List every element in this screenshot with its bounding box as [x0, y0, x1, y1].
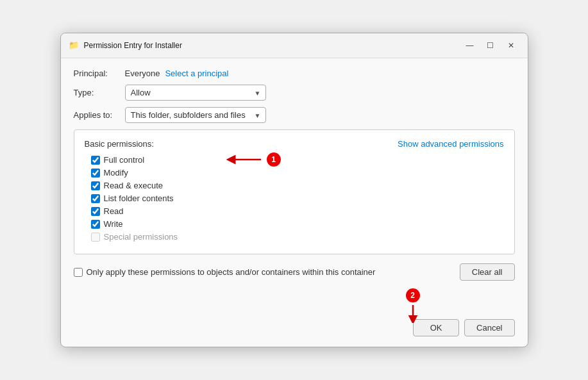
- annotation-2-arrow: [407, 304, 419, 323]
- type-row: Type: Allow Deny ▼: [74, 85, 515, 101]
- label-modify: Modify: [104, 168, 128, 178]
- annotation-circle-1: 1: [267, 153, 281, 167]
- permission-full-control: Full control 1: [85, 155, 504, 165]
- permission-special: Special permissions: [85, 232, 504, 242]
- folder-icon: 📁: [69, 40, 79, 51]
- title-bar-left: 📁 Permission Entry for Installer: [69, 40, 182, 51]
- checkbox-list-folder[interactable]: [91, 194, 100, 203]
- checkbox-special[interactable]: [91, 233, 100, 242]
- permissions-header: Basic permissions: Show advanced permiss…: [85, 139, 504, 149]
- label-write: Write: [104, 219, 123, 229]
- checkbox-modify[interactable]: [91, 169, 100, 178]
- permission-write: Write: [85, 219, 504, 229]
- minimize-button[interactable]: —: [461, 38, 479, 53]
- annotation-1-arrow: [226, 153, 264, 166]
- applies-to-select-wrapper: This folder, subfolders and files This f…: [125, 107, 266, 123]
- permission-modify: Modify: [85, 168, 504, 178]
- annotation-1-group: 1: [226, 153, 281, 167]
- show-advanced-link[interactable]: Show advanced permissions: [398, 139, 503, 149]
- clear-all-button[interactable]: Clear all: [460, 263, 515, 281]
- label-read: Read: [104, 206, 124, 216]
- ok-button[interactable]: OK: [413, 319, 459, 336]
- only-apply-label: Only apply these permissions to objects …: [87, 267, 376, 277]
- permission-read-execute: Read & execute: [85, 181, 504, 190]
- applies-to-label: Applies to:: [74, 110, 125, 120]
- label-read-execute: Read & execute: [104, 181, 164, 190]
- type-select-wrapper: Allow Deny ▼: [125, 85, 266, 101]
- permission-list-folder: List folder contents: [85, 194, 504, 203]
- close-button[interactable]: ✕: [502, 38, 520, 53]
- checkbox-full-control[interactable]: [91, 156, 100, 165]
- select-principal-link[interactable]: Select a principal: [165, 69, 228, 78]
- applies-to-row: Applies to: This folder, subfolders and …: [74, 107, 515, 123]
- maximize-button[interactable]: ☐: [482, 38, 500, 53]
- permissions-section: Basic permissions: Show advanced permiss…: [74, 129, 515, 254]
- permission-read: Read: [85, 206, 504, 216]
- checkbox-write[interactable]: [91, 220, 100, 229]
- annotation-circle-2: 2: [406, 288, 420, 302]
- dialog-buttons-row: 2 OK Cancel: [74, 319, 515, 336]
- principal-value: Everyone: [125, 69, 160, 78]
- applies-to-select[interactable]: This folder, subfolders and files This f…: [125, 107, 266, 123]
- checkbox-read[interactable]: [91, 207, 100, 216]
- checkbox-read-execute[interactable]: [91, 181, 100, 190]
- spacer: [74, 281, 515, 319]
- principal-label: Principal:: [74, 69, 125, 78]
- principal-row: Principal: Everyone Select a principal: [74, 69, 515, 78]
- only-apply-checkbox[interactable]: [74, 268, 83, 277]
- title-buttons: — ☐ ✕: [461, 38, 520, 53]
- label-list-folder: List folder contents: [104, 194, 174, 203]
- cancel-button[interactable]: Cancel: [464, 319, 514, 336]
- type-label: Type:: [74, 88, 125, 97]
- bottom-actions-row: Only apply these permissions to objects …: [74, 263, 515, 281]
- only-apply-row: Only apply these permissions to objects …: [74, 267, 376, 277]
- type-select[interactable]: Allow Deny: [125, 85, 266, 101]
- label-full-control: Full control: [104, 155, 145, 165]
- annotation-2-group: 2: [406, 288, 420, 323]
- dialog-title: Permission Entry for Installer: [84, 41, 182, 50]
- dialog: 📁 Permission Entry for Installer — ☐ ✕ P…: [60, 33, 528, 347]
- label-special: Special permissions: [104, 232, 178, 242]
- title-bar: 📁 Permission Entry for Installer — ☐ ✕: [61, 33, 528, 58]
- dialog-body: Principal: Everyone Select a principal T…: [61, 58, 528, 347]
- permissions-section-title: Basic permissions:: [85, 139, 154, 149]
